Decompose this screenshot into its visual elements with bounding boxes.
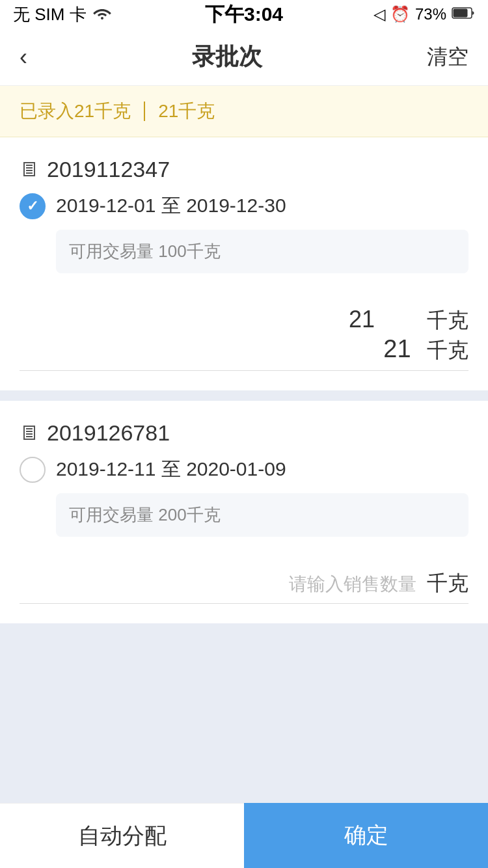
nav-bar: ‹ 录批次 清空 [0, 29, 488, 86]
quantity-underline-2 [20, 603, 468, 604]
available-text-2: 可用交易量 200千克 [69, 505, 221, 524]
battery-percent: 73% [415, 5, 446, 23]
status-right: ◁ ⏰ 73% [373, 5, 475, 23]
wifi-icon [93, 5, 111, 25]
quantity-display-2[interactable]: 请输入销售数量 千克 [20, 569, 468, 598]
back-button[interactable]: ‹ [20, 44, 27, 71]
batch-icon-1: 🗏 [20, 157, 40, 182]
quantity-section-1: 21 千克 21 千克 [0, 299, 488, 390]
unit-label-1: 千克 [427, 338, 468, 362]
batch-date-2: 2019-12-11 至 2020-01-09 [56, 456, 286, 483]
batch-header-1: 🗏 2019112347 [20, 157, 468, 182]
batch-item-2: 🗏 2019126781 2019-12-11 至 2020-01-09 可用交… [0, 401, 488, 563]
confirm-button[interactable]: 确定 [244, 803, 488, 868]
svg-rect-1 [454, 9, 468, 18]
quantity-display-1: 21 千克 [20, 306, 468, 335]
status-left: 无 SIM 卡 [13, 3, 111, 26]
clear-button[interactable]: 清空 [427, 43, 468, 72]
alarm-icon: ⏰ [390, 5, 410, 23]
batch-date-row-1: 2019-12-01 至 2019-12-30 [20, 193, 468, 219]
batch-icon-2: 🗏 [20, 421, 40, 445]
quantity-number-display: 21 [383, 335, 411, 362]
available-text-1: 可用交易量 100千克 [69, 241, 221, 261]
available-box-2: 可用交易量 200千克 [56, 493, 468, 537]
batch-header-2: 🗏 2019126781 [20, 420, 468, 446]
auto-distribute-button[interactable]: 自动分配 [0, 803, 244, 868]
sim-label: 无 SIM 卡 [13, 3, 87, 26]
info-divider [144, 102, 145, 121]
battery-icon [452, 5, 475, 23]
quantity-row-1[interactable]: 21 千克 [20, 335, 468, 365]
page-title: 录批次 [192, 41, 262, 73]
batch-date-row-2: 2019-12-11 至 2020-01-09 [20, 456, 468, 483]
quantity-value-1: 21 [349, 306, 375, 333]
batch-checkbox-1[interactable] [20, 193, 46, 219]
quantity-section-2: 请输入销售数量 千克 [0, 563, 488, 623]
recorded-value: 21千克 [158, 99, 215, 124]
recorded-label: 已录入21千克 [20, 99, 131, 124]
quantity-placeholder-2: 请输入销售数量 [289, 572, 416, 597]
quantity-unit-1: 千克 [427, 306, 468, 335]
batch-item-1: 🗏 2019112347 2019-12-01 至 2019-12-30 可用交… [0, 137, 488, 299]
section-separator-1 [0, 390, 488, 401]
batch-checkbox-2[interactable] [20, 457, 46, 483]
location-icon: ◁ [373, 5, 385, 23]
batch-date-1: 2019-12-01 至 2019-12-30 [56, 193, 286, 219]
batch-number-2: 2019126781 [47, 420, 170, 446]
available-box-1: 可用交易量 100千克 [56, 230, 468, 273]
quantity-unit-2: 千克 [427, 569, 468, 598]
footer: 自动分配 确定 [0, 803, 488, 868]
quantity-underline-1 [20, 370, 468, 371]
status-bar: 无 SIM 卡 下午3:04 ◁ ⏰ 73% [0, 0, 488, 29]
batch-number-1: 2019112347 [47, 157, 170, 182]
info-banner: 已录入21千克 21千克 [0, 86, 488, 137]
status-time: 下午3:04 [205, 1, 283, 28]
